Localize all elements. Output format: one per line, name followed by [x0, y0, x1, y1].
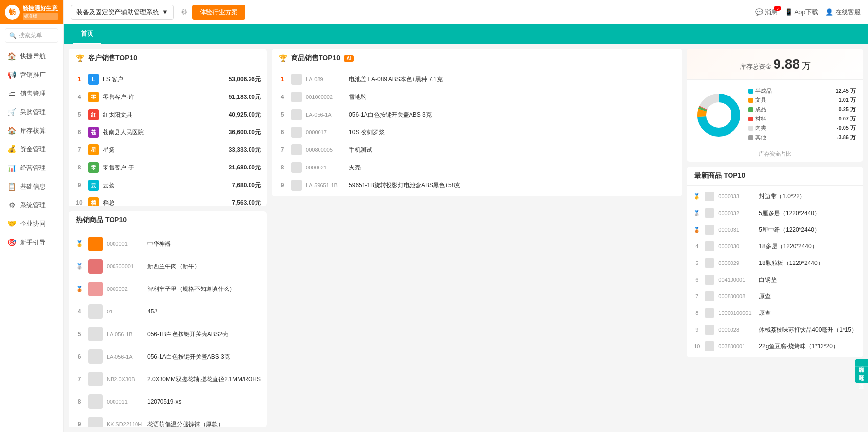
- avatar: 档: [88, 197, 99, 206]
- legend-item-material: 材料 0.07 万: [748, 115, 856, 122]
- tab-home[interactable]: 首页: [73, 24, 101, 44]
- home-icon: 🏠: [7, 52, 16, 61]
- purchase-icon: 🛒: [7, 108, 16, 117]
- mobile-icon: 📱: [785, 8, 793, 16]
- logo-icon: 畅: [5, 5, 20, 20]
- list-item: 7 NB2.0X30B 2.0X30MM双搓花轴,搓花直径2.1MM/ROHS: [69, 368, 267, 390]
- list-item: 5 0000029 18颗粒板（1220*2440）: [687, 255, 863, 271]
- list-item: 🥇 0000033 封边带（1.0*22）: [687, 188, 863, 205]
- customer-service-widget: 客服热线 服务社区 直播: [855, 359, 868, 383]
- list-item: 9 KK-SD22110H 花语萌倡温分腿裤袜（厚款）: [69, 413, 267, 427]
- list-item: 🥈 000500001 新西兰牛肉（新牛）: [69, 255, 267, 278]
- product-thumbnail: [88, 349, 103, 364]
- sidebar-item-basics[interactable]: 📋 基础信息: [0, 177, 63, 196]
- header: 装备及固定资产辅助管理系统 ▼ ⚙ 体验行业方案 💬 消息 6 📱 App下载 …: [64, 0, 868, 24]
- sidebar-item-system[interactable]: ⚙ 系统管理: [0, 196, 63, 215]
- sidebar-item-marketing[interactable]: 📢 营销推广: [0, 66, 63, 84]
- table-row: 1 L LS 客户 53,006.26元: [69, 71, 267, 88]
- messages-badge[interactable]: 💬 消息 6: [755, 8, 778, 17]
- right-column: 库存总资金 9.88 万: [687, 49, 863, 427]
- top-badge: Ai: [344, 55, 354, 62]
- inventory-chart-label: 库存资金占比: [687, 150, 863, 162]
- sidebar-item-finance[interactable]: 💰 资金管理: [0, 140, 63, 159]
- table-row: 10 档 档总 7,563.00元: [69, 194, 267, 206]
- message-count: 6: [774, 6, 781, 11]
- avatar: 云: [88, 180, 99, 191]
- customer-ranking-card: 🏆 客户销售TOP10 1 L LS 客户 53,006.26元 4 零 零售客…: [69, 49, 267, 206]
- collab-icon: 🤝: [7, 219, 16, 228]
- newest-header: 最新商品 TOP10: [687, 167, 863, 186]
- list-item: 8 0000011 12070519-xs: [69, 390, 267, 413]
- legend-item-meat: 肉类 -0.05 万: [748, 124, 856, 132]
- sidebar-item-sales[interactable]: 🏷 销售管理: [0, 84, 63, 103]
- customer-rank-list: 1 L LS 客户 53,006.26元 4 零 零售客户-许 51,183.0…: [69, 68, 267, 206]
- product-ranking-card: 🏆 商品销售TOP10 Ai 1 LA-089 电池盖 LA-089 ABS本色…: [272, 49, 682, 196]
- search-menu-button[interactable]: 🔍 搜索菜单: [5, 28, 58, 43]
- sidebar-item-operations[interactable]: 📊 经营管理: [0, 159, 63, 177]
- product-thumbnail: [291, 180, 302, 191]
- app-download-link[interactable]: 📱 App下载: [785, 8, 818, 17]
- legend-dot: [748, 98, 753, 103]
- sidebar-item-inventory[interactable]: 🏠 库存核算: [0, 121, 63, 140]
- legend-item-other: 其他 -3.86 万: [748, 134, 856, 141]
- product-thumbnail: [705, 291, 714, 301]
- tab-bar: 首页: [64, 24, 868, 44]
- sidebar-item-guide[interactable]: 🎯 新手引导: [0, 233, 63, 252]
- legend-dot: [748, 89, 753, 94]
- product-thumbnail: [705, 208, 714, 218]
- product-thumbnail: [88, 417, 103, 427]
- table-row: 4 001000002 雪地靴: [272, 88, 682, 106]
- table-row: 6 0000017 10S 变刺罗浆: [272, 123, 682, 141]
- avatar: 星: [88, 144, 99, 155]
- settings-icon[interactable]: ⚙: [181, 7, 187, 17]
- product-rank-list: 1 LA-089 电池盖 LA-089 ABS本色+黑种 7.1克 4 0010…: [272, 68, 682, 196]
- product-ranking-header: 🏆 商品销售TOP10 Ai: [272, 49, 682, 68]
- product-thumbnail: [705, 192, 714, 201]
- trial-button[interactable]: 体验行业方案: [192, 5, 245, 20]
- legend-item-stationery: 文具 1.01 万: [748, 96, 856, 104]
- table-row: 1 LA-089 电池盖 LA-089 ABS本色+黑种 7.1克: [272, 71, 682, 88]
- table-row: 8 零 零售客户-于 21,680.00元: [69, 159, 267, 176]
- product-thumbnail: [705, 341, 714, 351]
- customer-ranking-header: 🏆 客户销售TOP10: [69, 49, 267, 68]
- cs-live[interactable]: 直播: [855, 375, 868, 383]
- list-item: 6 004100001 白钢垫: [687, 271, 863, 288]
- hot-products-header: 热销商品 TOP10: [69, 211, 267, 230]
- online-service-link[interactable]: 👤 在线客服: [825, 8, 861, 17]
- sidebar-item-quick-nav[interactable]: 🏠 快捷导航: [0, 47, 63, 66]
- list-item: 🥈 0000032 5厘多层（1220*2440）: [687, 205, 863, 221]
- mid-column: 🏆 商品销售TOP10 Ai 1 LA-089 电池盖 LA-089 ABS本色…: [272, 49, 682, 427]
- sidebar-item-collab[interactable]: 🤝 企业协同: [0, 215, 63, 233]
- product-thumbnail: [291, 109, 302, 120]
- cs-community[interactable]: 服务社区: [855, 367, 868, 375]
- donut-chart: [694, 91, 743, 140]
- sidebar-item-purchase[interactable]: 🛒 采购管理: [0, 103, 63, 121]
- product-thumbnail: [88, 282, 103, 296]
- product-thumbnail: [291, 92, 302, 102]
- page-content: 🏆 客户销售TOP10 1 L LS 客户 53,006.26元 4 零 零售客…: [64, 44, 868, 432]
- legend-dot: [748, 107, 753, 112]
- list-item: 9 0000028 体械荔枝味苏打饮品400毫升（1*15）: [687, 321, 863, 338]
- inventory-card: 库存总资金 9.88 万: [687, 49, 863, 162]
- product-thumbnail: [88, 259, 103, 274]
- basics-icon: 📋: [7, 182, 16, 191]
- cs-hotline[interactable]: 客服热线: [855, 359, 868, 367]
- table-row: 6 苍 苍南县人民医院 36,600.00元: [69, 123, 267, 141]
- product-thumbnail: [291, 162, 302, 173]
- newest-list: 🥇 0000033 封边带（1.0*22） 🥈 0000032 5厘多层（122…: [687, 186, 863, 357]
- inventory-legend: 半成品 12.45 万 文具 1.01 万 成品 0.25 万: [748, 87, 856, 143]
- table-row: 4 零 零售客户-许 51,183.00元: [69, 88, 267, 106]
- sidebar-nav: 🏠 快捷导航 📢 营销推广 🏷 销售管理 🛒 采购管理 🏠 库存核算 💰 资金管…: [0, 47, 63, 432]
- product-thumbnail: [291, 144, 302, 155]
- table-row: 9 LA-59651-1B 59651-1B旋转投影灯电池盒ABS黑色+58克: [272, 176, 682, 194]
- list-item: 🥉 0000002 智利车子里（规格不知道填什么）: [69, 278, 267, 300]
- message-icon: 💬: [755, 8, 763, 16]
- inventory-total: 库存总资金 9.88 万: [687, 49, 863, 80]
- search-area: 🔍 搜索菜单: [0, 24, 63, 47]
- sales-icon: 🏷: [7, 90, 16, 98]
- product-thumbnail: [705, 308, 714, 318]
- product-thumbnail: [88, 237, 103, 251]
- list-item: 🥇 0000001 中华神器: [69, 233, 267, 255]
- product-thumbnail: [291, 127, 302, 138]
- system-title[interactable]: 装备及固定资产辅助管理系统 ▼: [71, 5, 174, 20]
